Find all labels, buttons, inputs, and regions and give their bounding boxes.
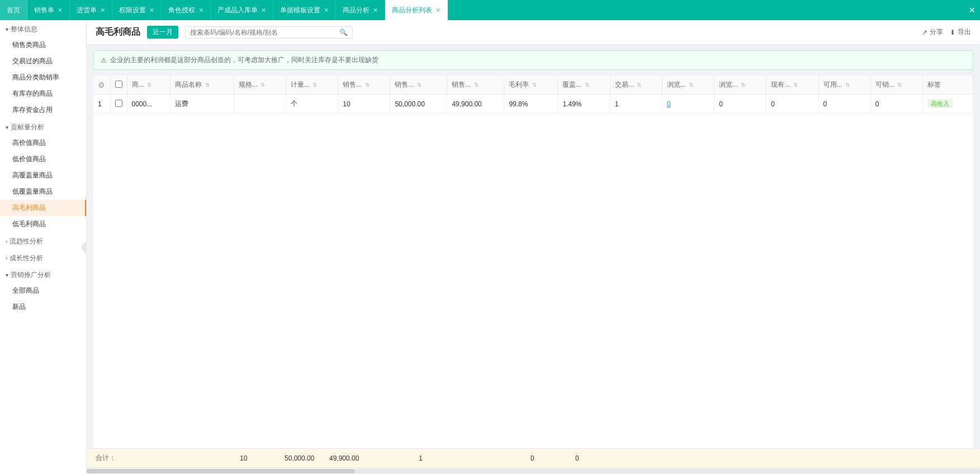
sort-icon[interactable]: ⇅ bbox=[205, 82, 210, 88]
col-tags: 标签 bbox=[923, 76, 973, 95]
sidebar-item-traded-goods[interactable]: 交易过的商品 bbox=[0, 53, 86, 69]
sidebar-group-overall[interactable]: ▾ 整体信息 bbox=[0, 20, 86, 37]
footer-transactions: 1 bbox=[414, 454, 459, 462]
tab-product-analysis-list[interactable]: 商品分析列表 ✕ bbox=[385, 0, 448, 20]
row-spec bbox=[234, 95, 286, 114]
sidebar-item-high-coverage[interactable]: 高覆盖量商品 bbox=[0, 167, 86, 184]
sidebar-group-trend[interactable]: › 流趋性分析 bbox=[0, 232, 86, 249]
export-button[interactable]: ⬇ 导出 bbox=[950, 27, 971, 37]
close-icon[interactable]: ✕ bbox=[261, 7, 266, 14]
checkbox-column-header[interactable] bbox=[110, 76, 127, 95]
search-icon[interactable]: 🔍 bbox=[339, 29, 348, 36]
footer-available-stock: 0 bbox=[571, 454, 616, 462]
table-row: 1 0000... 运费 bbox=[93, 95, 973, 114]
sidebar-group-contribution[interactable]: ▾ 贡献量分析 bbox=[0, 118, 86, 135]
alert-icon: ⚠ bbox=[101, 57, 107, 64]
row-sales-amount: 50,000.00 bbox=[390, 95, 447, 114]
search-input[interactable] bbox=[190, 29, 339, 36]
header-actions: ↗ 分享 ⬇ 导出 bbox=[922, 27, 971, 37]
row-current-stock: 0 bbox=[766, 95, 818, 114]
scroll-track[interactable] bbox=[87, 469, 980, 473]
sidebar-item-stock-fund[interactable]: 库存资金占用 bbox=[0, 102, 86, 118]
col-spec: 规格... ⇅ bbox=[234, 76, 286, 95]
arrow-icon: › bbox=[6, 255, 7, 261]
content-area: 高毛利商品 近一月 🔍 ↗ 分享 ⬇ 导出 ⚠ 企业的主要的利润都是这部分商品创… bbox=[87, 20, 980, 474]
sort-icon[interactable]: ⇅ bbox=[637, 82, 641, 88]
col-browse2: 浏览... ⇅ bbox=[714, 76, 766, 95]
row-coverage: 1.49% bbox=[558, 95, 610, 114]
close-icon[interactable]: ✕ bbox=[149, 7, 154, 14]
sort-icon[interactable]: ⇅ bbox=[845, 82, 850, 88]
row-checkbox-cell bbox=[110, 95, 127, 114]
tab-home[interactable]: 首页 bbox=[0, 0, 27, 20]
row-sales-net: 49,900.00 bbox=[447, 95, 504, 114]
sort-icon[interactable]: ⇅ bbox=[313, 82, 317, 88]
close-icon[interactable]: ✕ bbox=[198, 7, 203, 14]
sidebar-item-in-stock-goods[interactable]: 有库存的商品 bbox=[0, 86, 86, 102]
share-button[interactable]: ↗ 分享 bbox=[922, 27, 943, 37]
horizontal-scrollbar[interactable] bbox=[87, 467, 980, 474]
tab-roles[interactable]: 角色授权 ✕ bbox=[162, 0, 211, 20]
select-all-checkbox[interactable] bbox=[115, 81, 122, 88]
row-gross-margin: 99.8% bbox=[504, 95, 558, 114]
col-transactions: 交易... ⇅ bbox=[610, 76, 662, 95]
col-name: 商品名称 ⇅ bbox=[171, 76, 234, 95]
global-close-icon[interactable]: ✕ bbox=[969, 6, 976, 15]
close-icon[interactable]: ✕ bbox=[324, 7, 329, 14]
tab-purchase[interactable]: 进货单 ✕ bbox=[70, 0, 112, 20]
row-checkbox[interactable] bbox=[115, 100, 122, 107]
sidebar-group-growth[interactable]: › 成长性分析 bbox=[0, 249, 86, 266]
tab-product-analysis[interactable]: 商品分析 ✕ bbox=[336, 0, 385, 20]
sort-icon[interactable]: ⇅ bbox=[532, 82, 537, 88]
close-icon[interactable]: ✕ bbox=[373, 7, 378, 14]
data-table: ⚙ 商... ⇅ 商品名称 ⇅ bbox=[93, 76, 973, 114]
tab-sales[interactable]: 销售单 ✕ bbox=[27, 0, 70, 20]
time-filter-button[interactable]: 近一月 bbox=[147, 26, 178, 39]
sidebar: 《 ▾ 整体信息 销售类商品 交易过的商品 商品分类助销率 有库存的商品 库存资… bbox=[0, 20, 87, 474]
close-icon[interactable]: ✕ bbox=[58, 7, 63, 14]
sidebar-item-low-margin[interactable]: 低毛利商品 bbox=[0, 216, 86, 232]
content-header: 高毛利商品 近一月 🔍 ↗ 分享 ⬇ 导出 bbox=[87, 20, 980, 45]
sort-icon[interactable]: ⇅ bbox=[147, 82, 152, 88]
col-coverage: 覆盖... ⇅ bbox=[558, 76, 610, 95]
sort-icon[interactable]: ⇅ bbox=[261, 82, 265, 88]
sidebar-group-marketing[interactable]: ▾ 营销推广分析 bbox=[0, 266, 86, 283]
sidebar-item-high-value[interactable]: 高价值商品 bbox=[0, 135, 86, 151]
sidebar-item-sales-goods[interactable]: 销售类商品 bbox=[0, 37, 86, 53]
scroll-thumb[interactable] bbox=[87, 469, 354, 473]
close-icon[interactable]: ✕ bbox=[100, 7, 105, 14]
sidebar-item-all-goods[interactable]: 全部商品 bbox=[0, 283, 86, 299]
row-available-stock: 0 bbox=[818, 95, 870, 114]
sort-icon[interactable]: ⇅ bbox=[585, 82, 589, 88]
arrow-icon: ▾ bbox=[6, 26, 8, 32]
tab-product-warehouse[interactable]: 产成品入库单 ✕ bbox=[211, 0, 273, 20]
close-icon[interactable]: ✕ bbox=[435, 7, 441, 14]
sidebar-item-low-value[interactable]: 低价值商品 bbox=[0, 151, 86, 167]
col-sales-amount: 销售... ⇅ bbox=[390, 76, 447, 95]
sort-icon[interactable]: ⇅ bbox=[474, 82, 479, 88]
col-current-stock: 现有... ⇅ bbox=[766, 76, 818, 95]
sort-icon[interactable]: ⇅ bbox=[689, 82, 693, 88]
sidebar-item-category-assist[interactable]: 商品分类助销率 bbox=[0, 69, 86, 86]
settings-column-header[interactable]: ⚙ bbox=[93, 76, 110, 95]
search-box: 🔍 bbox=[185, 26, 353, 39]
row-name: 运费 bbox=[171, 95, 234, 114]
main-layout: 《 ▾ 整体信息 销售类商品 交易过的商品 商品分类助销率 有库存的商品 库存资… bbox=[0, 20, 980, 474]
sidebar-item-new-goods[interactable]: 新品 bbox=[0, 299, 86, 315]
export-icon: ⬇ bbox=[950, 29, 955, 36]
row-code: 0000... bbox=[127, 95, 171, 114]
row-browse1[interactable]: 0 bbox=[662, 95, 714, 114]
settings-icon[interactable]: ⚙ bbox=[98, 81, 105, 90]
tab-template-settings[interactable]: 单据模板设置 ✕ bbox=[273, 0, 336, 20]
sort-icon[interactable]: ⇅ bbox=[897, 82, 902, 88]
sort-icon[interactable]: ⇅ bbox=[793, 82, 798, 88]
sort-icon[interactable]: ⇅ bbox=[365, 82, 370, 88]
row-browse2: 0 bbox=[714, 95, 766, 114]
tab-permissions[interactable]: 权限设置 ✕ bbox=[112, 0, 162, 20]
sort-icon[interactable]: ⇅ bbox=[741, 82, 745, 88]
sidebar-item-high-margin[interactable]: 高毛利商品 bbox=[0, 200, 86, 216]
sort-icon[interactable]: ⇅ bbox=[417, 82, 422, 88]
col-unit: 计量... ⇅ bbox=[286, 76, 338, 95]
footer-current-stock: 0 bbox=[526, 454, 571, 462]
sidebar-item-low-coverage[interactable]: 低覆盖量商品 bbox=[0, 184, 86, 200]
